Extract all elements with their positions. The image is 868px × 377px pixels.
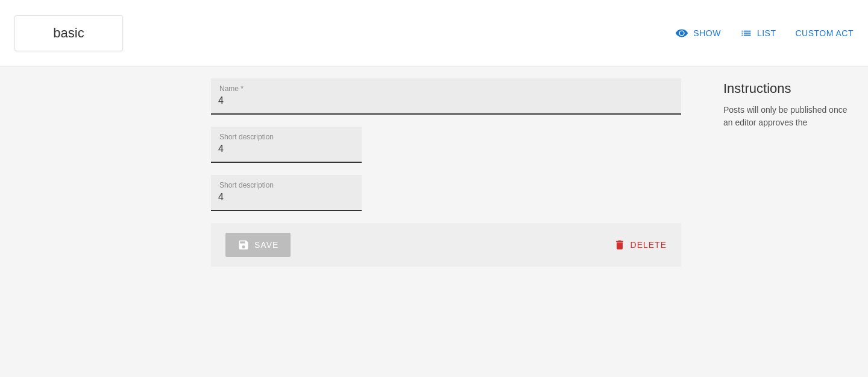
short-desc-2-wrapper: Short description: [211, 175, 362, 211]
list-link[interactable]: LIST: [740, 27, 776, 39]
form-container: Name * Short description Short descripti…: [211, 78, 693, 267]
form-area: Name * Short description Short descripti…: [0, 66, 711, 377]
svg-point-0: [680, 31, 684, 34]
name-label: Name *: [218, 84, 674, 93]
name-field-wrapper: Name *: [211, 78, 681, 115]
instructions-text: Posts will only be published once an edi…: [723, 104, 856, 129]
list-label: LIST: [757, 28, 776, 38]
eye-icon: [675, 27, 688, 40]
instructions-panel: Instructions Posts will only be publishe…: [711, 66, 868, 377]
delete-label: DELETE: [631, 240, 667, 250]
short-desc-1-label: Short description: [218, 133, 354, 141]
trash-icon: [614, 239, 626, 251]
short-desc-2-group: Short description: [211, 175, 693, 211]
delete-button[interactable]: DELETE: [614, 239, 667, 251]
short-desc-2-label: Short description: [218, 181, 354, 189]
name-field-group: Name *: [211, 78, 693, 115]
save-label: SAVE: [254, 240, 278, 250]
action-bar: SAVE DELETE: [211, 223, 681, 267]
list-icon: [740, 27, 752, 39]
name-input[interactable]: [218, 95, 674, 106]
show-label: SHOW: [693, 28, 721, 38]
show-link[interactable]: SHOW: [675, 27, 721, 40]
custom-act-link[interactable]: CUSTOM ACT: [795, 28, 854, 38]
short-desc-1-wrapper: Short description: [211, 127, 362, 163]
short-desc-2-input[interactable]: [218, 192, 354, 203]
basic-label: basic: [53, 25, 84, 40]
main-content: Name * Short description Short descripti…: [0, 66, 868, 377]
short-desc-1-group: Short description: [211, 127, 693, 163]
save-button[interactable]: SAVE: [225, 233, 291, 257]
instructions-title: Instructions: [723, 81, 856, 97]
top-bar: basic SHOW LIST CUSTOM ACT: [0, 0, 868, 66]
basic-card: basic: [14, 15, 123, 51]
floppy-icon: [237, 239, 250, 251]
top-bar-actions: SHOW LIST CUSTOM ACT: [675, 27, 854, 40]
short-desc-1-input[interactable]: [218, 144, 354, 154]
